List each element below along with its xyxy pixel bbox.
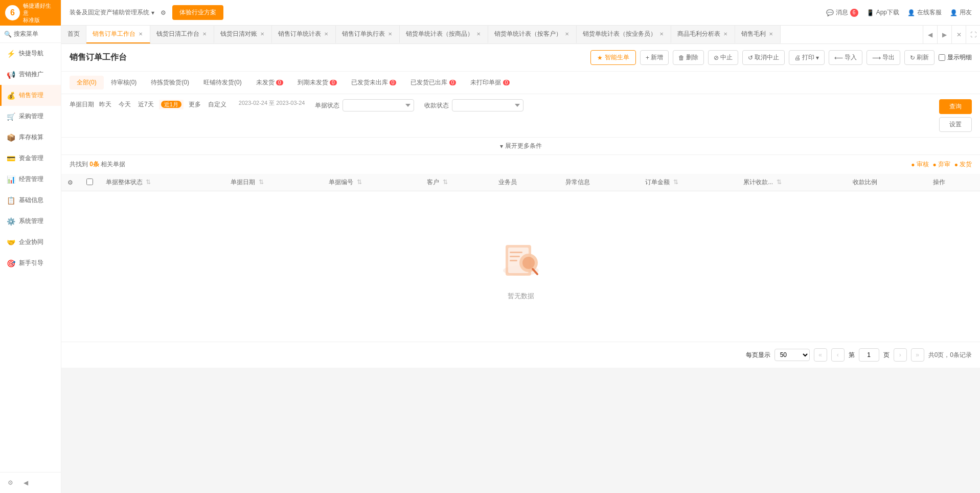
tab-close-sales-stats[interactable]: ✕ — [323, 30, 329, 38]
th-settings[interactable]: ⚙ — [61, 174, 79, 191]
page-next-button[interactable]: › — [894, 348, 907, 362]
tab-cash-reconcile[interactable]: 钱货日清对账 ✕ — [214, 26, 272, 43]
sidebar-item-inventory[interactable]: 📦 库存核算 — [0, 127, 61, 148]
refresh-button[interactable]: ↻ 刷新 — [904, 50, 935, 65]
tab-close-gross-profit[interactable]: ✕ — [722, 30, 728, 38]
message-action[interactable]: 💬 消息 6 — [826, 8, 858, 17]
tab-home[interactable]: 首页 — [61, 26, 86, 43]
delete-button[interactable]: 🗑 删除 — [673, 50, 704, 65]
page-number-input[interactable] — [859, 348, 879, 362]
settings-icon[interactable]: ⚙ — [5, 478, 15, 488]
sort-date-icon[interactable]: ⇅ — [259, 178, 264, 186]
tab-close-sales-summary-product[interactable]: ✕ — [475, 30, 482, 38]
sub-tab-not-shipped[interactable]: 未发货 0 — [249, 76, 290, 89]
set-button[interactable]: 设置 — [939, 117, 972, 132]
sub-tab-wangpu[interactable]: 旺铺待发货(0) — [196, 76, 249, 89]
sort-status-icon[interactable]: ⇅ — [146, 178, 151, 186]
th-checkbox[interactable] — [79, 174, 100, 191]
smart-order-button[interactable]: ★ 智能生单 — [590, 50, 636, 65]
date-opt-yesterday[interactable]: 昨天 — [97, 99, 113, 110]
tab-close-sales-exec[interactable]: ✕ — [387, 30, 393, 38]
sub-tab-pending-inspect[interactable]: 待拣货验货(0) — [144, 76, 196, 89]
sidebar-item-base[interactable]: 📋 基础信息 — [0, 190, 61, 211]
sub-tab-all[interactable]: 全部(0) — [70, 76, 104, 89]
tab-close-sales-summary-staff[interactable]: ✕ — [658, 30, 665, 38]
sort-received-icon[interactable]: ⇅ — [777, 178, 782, 186]
tab-close-sales-workbench[interactable]: ✕ — [138, 30, 144, 38]
settings-btn[interactable]: ⚙ — [161, 9, 166, 16]
status-select[interactable] — [343, 99, 414, 111]
sort-number-icon[interactable]: ⇅ — [357, 178, 362, 186]
sub-tab-pending-review[interactable]: 待审核(0) — [104, 76, 144, 89]
expand-icon: ▾ — [500, 143, 503, 150]
sidebar-item-purchase[interactable]: 🛒 采购管理 — [0, 106, 61, 127]
tab-close-all-button[interactable]: ✕ — [951, 26, 966, 44]
date-opt-7days[interactable]: 近7天 — [136, 99, 156, 110]
online-service-action[interactable]: 👤 在线客服 — [907, 8, 942, 17]
query-button[interactable]: 查询 — [939, 99, 972, 114]
sidebar-item-enterprise[interactable]: 🤝 企业协同 — [0, 232, 61, 253]
ship-op-button[interactable]: ● 发货 — [954, 160, 972, 169]
sidebar-item-guide[interactable]: 🎯 新手引导 — [0, 253, 61, 274]
sub-tab-shipped-out[interactable]: 已发货已出库 0 — [403, 76, 463, 89]
tab-gross-profit[interactable]: 商品毛利分析表 ✕ — [671, 26, 735, 43]
tab-close-sales-gross[interactable]: ✕ — [768, 30, 774, 38]
tab-sales-workbench[interactable]: 销售订单工作台 ✕ — [86, 26, 150, 43]
sort-customer-icon[interactable]: ⇅ — [443, 178, 448, 186]
system-title-dropdown[interactable]: 装备及固定资产辅助管理系统 ▾ — [70, 8, 154, 17]
sidebar-item-quick-nav[interactable]: ⚡ 快捷导航 — [0, 43, 61, 64]
purchase-icon: 🛒 — [7, 113, 15, 121]
print-button[interactable]: 🖨 打印 ▾ — [789, 50, 825, 65]
user-action[interactable]: 👤 用友 — [950, 8, 972, 17]
sub-tab-shipped-not-out[interactable]: 已发货未出库 0 — [344, 76, 404, 89]
date-opt-more[interactable]: 更多 — [187, 99, 203, 110]
page-first-button[interactable]: « — [814, 348, 827, 362]
export-button[interactable]: ⟶ 导出 — [867, 50, 900, 65]
tab-sales-gross[interactable]: 销售毛利 ✕ — [735, 26, 781, 43]
industry-solution-button[interactable]: 体验行业方案 — [172, 5, 223, 20]
expand-conditions-button[interactable]: ▾ 展开更多条件 — [500, 142, 542, 150]
sidebar-item-finance[interactable]: 💳 资金管理 — [0, 148, 61, 169]
date-opt-month[interactable]: 近1月 — [159, 100, 184, 109]
tab-sales-summary-product[interactable]: 销货单统计表（按商品） ✕ — [400, 26, 488, 43]
sort-amount-icon[interactable]: ⇅ — [673, 178, 678, 186]
sidebar-item-operations[interactable]: 📊 经营管理 — [0, 169, 61, 190]
unreviewed-op-button[interactable]: ● 弃审 — [933, 160, 950, 169]
date-opt-custom[interactable]: 自定义 — [206, 99, 229, 110]
tab-sales-summary-staff[interactable]: 销货单统计表（按业务员） ✕ — [577, 26, 671, 43]
sidebar-item-sales[interactable]: 💰 销售管理 — [0, 85, 61, 106]
tab-next-button[interactable]: ▶ — [937, 26, 951, 44]
sidebar-item-marketing[interactable]: 📢 营销推广 — [0, 64, 61, 85]
tab-sales-summary-customer[interactable]: 销货单统计表（按客户） ✕ — [488, 26, 577, 43]
ship-icon: ● — [954, 161, 958, 168]
th-operation: 操作 — [927, 174, 980, 191]
add-button[interactable]: + 新增 — [640, 50, 669, 65]
show-detail-checkbox[interactable] — [939, 54, 945, 61]
tab-fullscreen-button[interactable]: ⛶ — [966, 26, 980, 44]
tab-close-cash-reconcile[interactable]: ✕ — [259, 30, 265, 38]
tab-sales-stats[interactable]: 销售订单统计表 ✕ — [272, 26, 336, 43]
import-button[interactable]: ⟵ 导入 — [829, 50, 862, 65]
select-all-checkbox[interactable] — [86, 178, 93, 185]
sub-tab-overdue[interactable]: 到期未发货 0 — [290, 76, 344, 89]
page-prev-button[interactable]: ‹ — [831, 348, 845, 362]
tab-sales-exec[interactable]: 销售订单执行表 ✕ — [336, 26, 400, 43]
sub-tabs: 全部(0) 待审核(0) 待拣货验货(0) 旺铺待发货(0) 未发货 0 到期未… — [61, 72, 980, 94]
tab-close-cash-daily[interactable]: ✕ — [201, 30, 208, 38]
cancel-stop-button[interactable]: ↺ 取消中止 — [742, 50, 785, 65]
date-opt-today[interactable]: 今天 — [117, 99, 133, 110]
sidebar-search[interactable]: 🔍 搜索菜单 — [0, 26, 61, 43]
page-last-button[interactable]: » — [911, 348, 924, 362]
app-download-action[interactable]: 📱 App下载 — [867, 8, 899, 17]
payment-select[interactable] — [452, 99, 523, 111]
page-size-select[interactable]: 50 10 20 100 — [774, 349, 810, 361]
tab-cash-daily[interactable]: 钱货日清工作台 ✕ — [150, 26, 214, 43]
tab-close-sales-summary-customer[interactable]: ✕ — [564, 30, 570, 38]
review-op-button[interactable]: ● 审核 — [911, 160, 928, 169]
sidebar-item-system[interactable]: ⚙️ 系统管理 — [0, 211, 61, 232]
stop-button[interactable]: ⊘ 中止 — [708, 50, 738, 65]
collapse-icon[interactable]: ◀ — [20, 478, 31, 488]
sub-tab-unprinted[interactable]: 未打印单据 0 — [463, 76, 517, 89]
show-detail-label[interactable]: 显示明细 — [939, 53, 972, 62]
tab-prev-button[interactable]: ◀ — [923, 26, 937, 44]
